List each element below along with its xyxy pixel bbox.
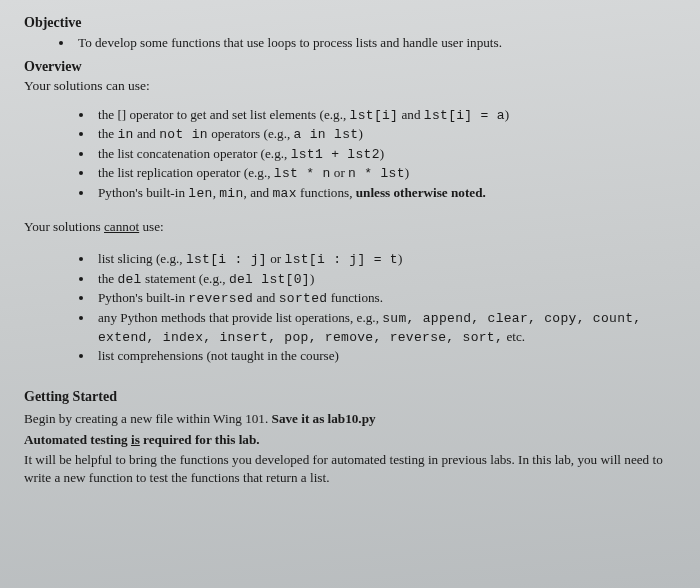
list-item: Python's built-in reversed and sorted fu… [94,289,676,308]
getting-started-line1: Begin by creating a new file within Wing… [24,410,676,428]
list-item: the [] operator to get and set list elem… [94,106,676,125]
objective-heading: Objective [24,14,676,33]
getting-started-line2: Automated testing is required for this l… [24,431,676,449]
getting-started-line3: It will be helpful to bring the function… [24,451,676,487]
getting-started-heading: Getting Started [24,388,676,407]
list-item: the list replication operator (e.g., lst… [94,164,676,183]
list-item: list comprehensions (not taught in the c… [94,347,676,365]
list-item: the in and not in operators (e.g., a in … [94,125,676,144]
cannot-use-list: list slicing (e.g., lst[i : j] or lst[i … [24,250,676,365]
overview-intro: Your solutions can use: [24,77,676,95]
list-item: list slicing (e.g., lst[i : j] or lst[i … [94,250,676,269]
can-use-list: the [] operator to get and set list elem… [24,106,676,203]
overview-heading: Overview [24,58,676,77]
objective-bullet: To develop some functions that use loops… [74,34,676,52]
cannot-intro: Your solutions cannot use: [24,218,676,236]
list-item: any Python methods that provide list ope… [94,309,676,346]
objective-list: To develop some functions that use loops… [24,34,676,52]
list-item: the list concatenation operator (e.g., l… [94,145,676,164]
list-item: Python's built-in len, min, and max func… [94,184,676,203]
list-item: the del statement (e.g., del lst[0]) [94,270,676,289]
